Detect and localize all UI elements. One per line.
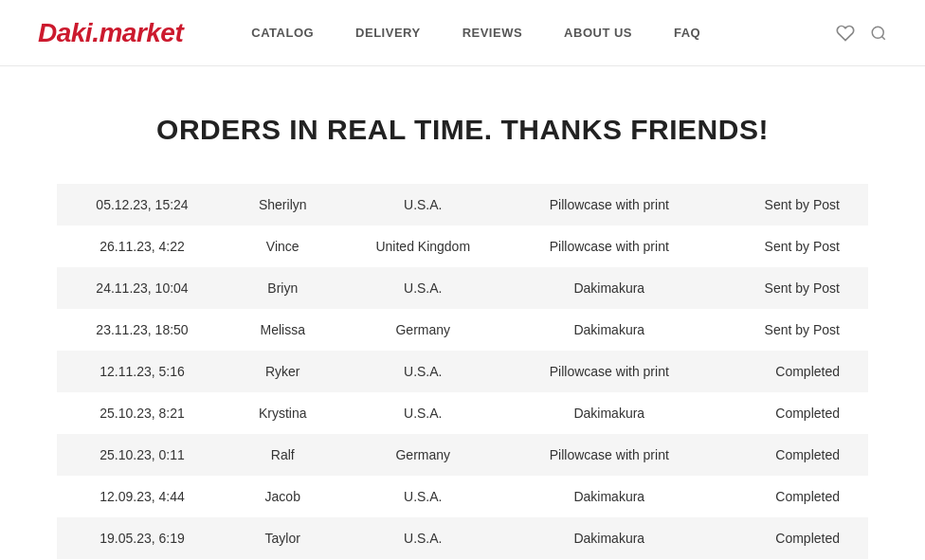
order-product: Dakimakura	[508, 392, 711, 434]
site-header: Daki.market CATALOGDELIVERYREVIEWSABOUT …	[0, 0, 925, 66]
order-date: 23.11.23, 18:50	[57, 309, 227, 351]
order-name: Taylor	[227, 517, 337, 559]
nav-item-delivery[interactable]: DELIVERY	[335, 26, 442, 40]
order-name: Vince	[227, 226, 337, 267]
order-country: Germany	[338, 434, 509, 476]
page-title: ORDERS IN REAL TIME. THANKS FRIENDS!	[57, 114, 868, 146]
order-date: 24.11.23, 10:04	[57, 267, 227, 309]
order-country: U.S.A.	[338, 476, 509, 517]
wishlist-icon[interactable]	[836, 24, 855, 43]
search-icon[interactable]	[870, 25, 887, 42]
header-icons	[836, 24, 887, 43]
svg-point-0	[872, 27, 883, 38]
order-name: Ralf	[227, 434, 337, 476]
table-row: 05.12.23, 15:24 Sherilyn U.S.A. Pillowca…	[57, 184, 868, 226]
table-row: 26.11.23, 4:22 Vince United Kingdom Pill…	[57, 226, 868, 267]
order-status: Sent by Post	[711, 309, 868, 351]
nav-item-about-us[interactable]: ABOUT US	[543, 26, 653, 40]
order-name: Jacob	[227, 476, 337, 517]
order-country: U.S.A.	[338, 267, 509, 309]
order-status: Completed	[711, 476, 868, 517]
table-row: 12.11.23, 5:16 Ryker U.S.A. Pillowcase w…	[57, 351, 868, 392]
order-status: Completed	[711, 517, 868, 559]
order-status: Completed	[711, 392, 868, 434]
order-country: U.S.A.	[338, 351, 509, 392]
order-date: 25.10.23, 0:11	[57, 434, 227, 476]
order-date: 19.05.23, 6:19	[57, 517, 227, 559]
orders-table: 05.12.23, 15:24 Sherilyn U.S.A. Pillowca…	[57, 184, 868, 559]
order-name: Briyn	[227, 267, 337, 309]
order-date: 05.12.23, 15:24	[57, 184, 227, 226]
order-country: United Kingdom	[338, 226, 509, 267]
table-row: 25.10.23, 8:21 Krystina U.S.A. Dakimakur…	[57, 392, 868, 434]
main-content: ORDERS IN REAL TIME. THANKS FRIENDS! 05.…	[0, 66, 925, 560]
order-product: Pillowcase with print	[508, 184, 711, 226]
order-status: Completed	[711, 434, 868, 476]
order-product: Dakimakura	[508, 476, 711, 517]
svg-line-1	[881, 36, 884, 39]
table-row: 25.10.23, 0:11 Ralf Germany Pillowcase w…	[57, 434, 868, 476]
table-row: 19.05.23, 6:19 Taylor U.S.A. Dakimakura …	[57, 517, 868, 559]
order-name: Sherilyn	[227, 184, 337, 226]
order-product: Pillowcase with print	[508, 226, 711, 267]
order-date: 25.10.23, 8:21	[57, 392, 227, 434]
order-status: Sent by Post	[711, 226, 868, 267]
order-date: 26.11.23, 4:22	[57, 226, 227, 267]
order-product: Dakimakura	[508, 517, 711, 559]
main-nav: CATALOGDELIVERYREVIEWSABOUT USFAQ	[230, 26, 836, 40]
order-date: 12.09.23, 4:44	[57, 476, 227, 517]
site-logo[interactable]: Daki.market	[38, 18, 183, 48]
order-status: Sent by Post	[711, 267, 868, 309]
table-row: 24.11.23, 10:04 Briyn U.S.A. Dakimakura …	[57, 267, 868, 309]
order-status: Sent by Post	[711, 184, 868, 226]
nav-item-faq[interactable]: FAQ	[653, 26, 721, 40]
order-name: Ryker	[227, 351, 337, 392]
order-country: U.S.A.	[338, 392, 509, 434]
nav-item-reviews[interactable]: REVIEWS	[442, 26, 543, 40]
order-product: Dakimakura	[508, 267, 711, 309]
order-status: Completed	[711, 351, 868, 392]
order-product: Pillowcase with print	[508, 351, 711, 392]
order-country: Germany	[338, 309, 509, 351]
table-row: 12.09.23, 4:44 Jacob U.S.A. Dakimakura C…	[57, 476, 868, 517]
order-country: U.S.A.	[338, 517, 509, 559]
nav-item-catalog[interactable]: CATALOG	[230, 26, 335, 40]
order-product: Dakimakura	[508, 309, 711, 351]
table-row: 23.11.23, 18:50 Melissa Germany Dakimaku…	[57, 309, 868, 351]
order-name: Krystina	[227, 392, 337, 434]
order-name: Melissa	[227, 309, 337, 351]
order-country: U.S.A.	[338, 184, 509, 226]
order-date: 12.11.23, 5:16	[57, 351, 227, 392]
order-product: Pillowcase with print	[508, 434, 711, 476]
